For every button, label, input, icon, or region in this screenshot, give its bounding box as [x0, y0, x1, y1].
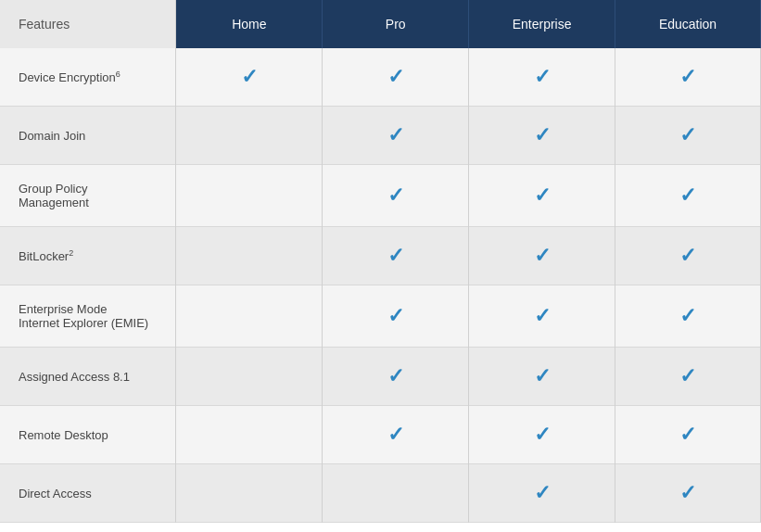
check-icon: [679, 364, 696, 388]
home-cell: [176, 48, 323, 107]
enterprise-cell: [469, 285, 615, 348]
education-cell: [615, 48, 761, 107]
pro-cell: [323, 348, 469, 406]
check-icon: [534, 481, 551, 505]
pro-cell: [323, 165, 469, 227]
home-cell: [176, 227, 323, 285]
check-icon: [679, 423, 696, 447]
check-icon: [534, 184, 551, 208]
check-icon: [679, 304, 696, 328]
check-icon: [387, 244, 404, 268]
table-row: Enterprise ModeInternet Explorer (EMIE): [0, 285, 761, 348]
table-row: Direct Access: [0, 464, 761, 523]
check-icon: [387, 423, 404, 447]
enterprise-cell: [469, 107, 615, 165]
education-cell: [615, 227, 761, 285]
education-cell: [615, 464, 761, 523]
enterprise-header: Enterprise: [469, 0, 615, 48]
home-cell: [176, 107, 323, 165]
check-icon: [387, 364, 404, 388]
education-cell: [615, 285, 761, 348]
home-cell: [176, 165, 323, 227]
pro-cell: [323, 406, 469, 464]
feature-name: Domain Join: [0, 107, 176, 165]
pro-header: Pro: [323, 0, 469, 48]
check-icon: [679, 65, 696, 89]
enterprise-cell: [469, 48, 615, 107]
pro-cell: [323, 227, 469, 285]
feature-name: BitLocker2: [0, 227, 176, 285]
check-icon: [387, 184, 404, 208]
check-icon: [534, 423, 551, 447]
pro-cell: [323, 285, 469, 348]
check-icon: [534, 304, 551, 328]
check-icon: [387, 123, 404, 147]
table-row: Domain Join: [0, 107, 761, 165]
check-icon: [534, 364, 551, 388]
home-header: Home: [176, 0, 323, 48]
table-row: Group PolicyManagement: [0, 165, 761, 227]
pro-cell: [323, 107, 469, 165]
enterprise-cell: [469, 348, 615, 406]
feature-name: Direct Access: [0, 464, 176, 523]
enterprise-cell: [469, 464, 615, 523]
check-icon: [387, 304, 404, 328]
education-cell: [615, 107, 761, 165]
table-row: Device Encryption6: [0, 48, 761, 107]
enterprise-cell: [469, 165, 615, 227]
feature-name: Remote Desktop: [0, 406, 176, 464]
education-cell: [615, 348, 761, 406]
pro-cell: [323, 464, 469, 523]
header-row: Features Home Pro Enterprise Education: [0, 0, 761, 48]
features-header: Features: [0, 0, 176, 48]
education-cell: [615, 165, 761, 227]
home-cell: [176, 348, 323, 406]
feature-rows: Device Encryption6Domain JoinGroup Polic…: [0, 48, 761, 523]
feature-name: Assigned Access 8.1: [0, 348, 176, 406]
pro-cell: [323, 48, 469, 107]
feature-name: Group PolicyManagement: [0, 165, 176, 227]
check-icon: [679, 184, 696, 208]
feature-name: Device Encryption6: [0, 48, 176, 107]
home-cell: [176, 285, 323, 348]
check-icon: [534, 123, 551, 147]
check-icon: [679, 244, 696, 268]
check-icon: [534, 244, 551, 268]
feature-name: Enterprise ModeInternet Explorer (EMIE): [0, 285, 176, 348]
check-icon: [679, 123, 696, 147]
check-icon: [534, 65, 551, 89]
table-row: Remote Desktop: [0, 406, 761, 464]
features-table: Features Home Pro Enterprise Education D…: [0, 0, 761, 523]
education-header: Education: [615, 0, 761, 48]
table-row: Assigned Access 8.1: [0, 348, 761, 406]
check-icon: [679, 481, 696, 505]
check-icon: [241, 65, 258, 89]
enterprise-cell: [469, 406, 615, 464]
home-cell: [176, 464, 323, 523]
table-row: BitLocker2: [0, 227, 761, 285]
home-cell: [176, 406, 323, 464]
education-cell: [615, 406, 761, 464]
check-icon: [387, 65, 404, 89]
enterprise-cell: [469, 227, 615, 285]
